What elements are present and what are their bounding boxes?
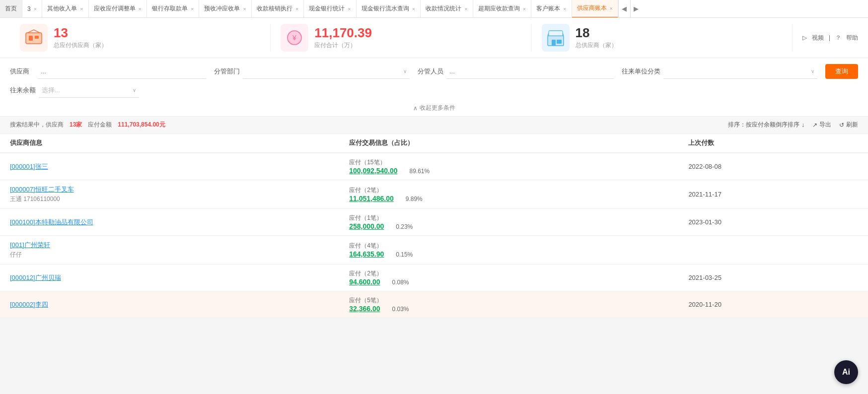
close-icon[interactable]: × xyxy=(464,6,467,12)
trans-amount-5[interactable]: 94,600.00 xyxy=(349,278,380,286)
last-pay-date-1: 2022-08-08 xyxy=(688,163,722,170)
svg-rect-0 xyxy=(26,33,42,44)
nav-tab-cash-flow[interactable]: 现金银行流水查询 × xyxy=(357,0,421,18)
trans-row-5: 94,600.00 0.08% xyxy=(349,278,688,286)
sort-icon: ↓ xyxy=(801,122,804,129)
payable-total-value: 11,170.39 xyxy=(314,26,372,39)
close-icon[interactable]: × xyxy=(563,6,566,12)
nav-tab-ar-adjust[interactable]: 应收应付调整单 × xyxy=(89,0,147,18)
trans-cell-2: 应付（2笔） 11,051,486.00 9.89% xyxy=(349,186,688,202)
nav-tab-supplier-ledger[interactable]: 供应商账本 × xyxy=(572,0,618,18)
supplier-link-3[interactable]: [000100]本特勒油品有限公司 xyxy=(10,218,349,227)
supplier-sub-4: 仔仔 xyxy=(10,251,349,259)
nav-tab-cash-flow-label: 现金银行流水查询 xyxy=(362,4,409,13)
supplier-link-5[interactable]: [000012]广州贝瑞 xyxy=(10,273,349,282)
header-supplier-info: 供应商信息 xyxy=(10,138,349,147)
result-bar: 搜索结果中，供应商 13家 应付金额 111,703,854.00元 排序：按应… xyxy=(0,117,868,133)
category-select[interactable]: ∨ xyxy=(663,64,818,79)
department-select[interactable]: ∨ xyxy=(243,64,410,79)
table-row: [001]广州荣轩 仔仔 应付（4笔） 164,635.90 0.15% xyxy=(0,236,868,264)
help-icon: ？ xyxy=(835,34,841,42)
stat-total-suppliers: 18 总供应商（家） xyxy=(532,24,793,52)
supplier-cell-2: [000007]恒旺二手叉车 王通 17106110000 xyxy=(10,185,349,203)
trans-amount-4[interactable]: 164,635.90 xyxy=(349,250,384,258)
help-link[interactable]: 帮助 xyxy=(846,34,858,42)
export-label: 导出 xyxy=(819,121,831,129)
close-icon[interactable]: × xyxy=(139,6,142,12)
nav-tab-home-label: 首页 xyxy=(5,4,17,13)
last-pay-date-5: 2021-03-25 xyxy=(688,274,722,281)
top-navigation: 首页 3 × 其他收入单 × 应收应付调整单 × 银行存取款单 × 预收冲应收单… xyxy=(0,0,868,18)
trans-pct-1: 89.61% xyxy=(410,168,430,175)
search-button[interactable]: 查询 xyxy=(825,64,858,79)
supplier-link-4[interactable]: [001]广州荣轩 xyxy=(10,241,349,250)
close-icon[interactable]: × xyxy=(348,6,351,12)
trans-amount-2[interactable]: 11,051,486.00 xyxy=(349,195,394,202)
close-icon[interactable]: × xyxy=(412,6,415,12)
refresh-icon: ↺ xyxy=(839,122,844,129)
balance-select[interactable]: 选择... ∨ xyxy=(39,83,139,98)
chevron-down-icon-3: ∨ xyxy=(133,87,136,93)
close-icon[interactable]: × xyxy=(295,6,298,12)
nav-tab-home[interactable]: 首页 xyxy=(0,0,22,18)
nav-tab-3[interactable]: 3 × xyxy=(22,0,42,18)
nav-next-arrow[interactable]: ▶ xyxy=(630,0,642,18)
collapse-button[interactable]: ∧ 收起更多条件 xyxy=(10,102,858,112)
nav-tab-prepaid[interactable]: 预收冲应收单 × xyxy=(199,0,251,18)
close-icon[interactable]: × xyxy=(523,6,526,12)
video-icon: ▷ xyxy=(802,34,807,41)
payable-suppliers-value: 13 xyxy=(54,26,107,39)
nav-prev-arrow[interactable]: ◀ xyxy=(618,0,630,18)
nav-tab-ar-adjust-label: 应收应付调整单 xyxy=(94,4,136,13)
nav-tab-other-income-label: 其他收入单 xyxy=(47,4,77,13)
nav-tab-customer-ledger[interactable]: 客户账本 × xyxy=(531,0,572,18)
nav-tab-cash-stat-label: 现金银行统计 xyxy=(309,4,345,13)
supplier-link-1[interactable]: [000001]张三 xyxy=(10,162,349,171)
trans-cell-5: 应付（2笔） 94,600.00 0.08% xyxy=(349,269,688,286)
table-row: [000001]张三 应付（15笔） 100,092,540.00 89.61%… xyxy=(0,153,868,180)
trans-label-5: 应付（2笔） xyxy=(349,269,688,278)
close-icon[interactable]: × xyxy=(610,5,613,11)
close-icon[interactable]: × xyxy=(243,6,246,12)
refresh-button[interactable]: ↺ 刷新 xyxy=(839,121,858,129)
close-icon[interactable]: × xyxy=(191,6,194,12)
trans-row-1: 100,092,540.00 89.61% xyxy=(349,167,688,175)
nav-tab-other-income[interactable]: 其他收入单 × xyxy=(42,0,88,18)
nav-tab-bank-deposit[interactable]: 银行存取款单 × xyxy=(147,0,199,18)
total-suppliers-content: 18 总供应商（家） xyxy=(576,26,617,50)
result-total-amount: 111,703,854.00元 xyxy=(118,121,165,129)
svg-rect-2 xyxy=(35,36,39,39)
data-table: 供应商信息 应付交易信息（占比） 上次付数 [000001]张三 应付（15笔）… xyxy=(0,133,868,318)
trans-amount-6[interactable]: 32,366.00 xyxy=(349,305,380,313)
nav-tab-3-label: 3 xyxy=(27,5,31,12)
last-pay-date-2: 2021-11-17 xyxy=(688,191,722,198)
nav-tab-receipt[interactable]: 收款核销执行 × xyxy=(252,0,304,18)
nav-tab-overdue[interactable]: 超期应收款查询 × xyxy=(473,0,531,18)
table-row: [000100]本特勒油品有限公司 应付（1笔） 258,000.00 0.23… xyxy=(0,209,868,236)
close-icon[interactable]: × xyxy=(34,6,37,12)
supplier-cell-3: [000100]本特勒油品有限公司 xyxy=(10,218,349,227)
chevron-up-icon: ∧ xyxy=(413,105,418,112)
nav-tab-cash-stat[interactable]: 现金银行统计 × xyxy=(304,0,356,18)
chevron-down-icon: ∨ xyxy=(403,68,407,74)
supplier-filter-label: 供应商 xyxy=(10,67,35,76)
last-pay-cell-3: 2023-01-30 xyxy=(688,218,858,226)
supplier-cell-5: [000012]广州贝瑞 xyxy=(10,273,349,282)
sort-button[interactable]: 排序：按应付余额倒序排序 ↓ xyxy=(728,121,804,129)
nav-tab-receipt-stat[interactable]: 收款情况统计 × xyxy=(421,0,473,18)
filter-row-2: 往来余额 选择... ∨ xyxy=(10,83,858,98)
result-supplier-count: 13家 xyxy=(70,121,82,129)
trans-amount-1[interactable]: 100,092,540.00 xyxy=(349,167,397,175)
trans-amount-3[interactable]: 258,000.00 xyxy=(349,222,384,230)
export-button[interactable]: ↗ 导出 xyxy=(812,121,831,129)
supplier-link-2[interactable]: [000007]恒旺二手叉车 xyxy=(10,185,349,194)
supplier-cell-4: [001]广州荣轩 仔仔 xyxy=(10,241,349,259)
video-link[interactable]: 视频 xyxy=(812,34,824,42)
close-icon[interactable]: × xyxy=(80,6,83,12)
manager-input[interactable] xyxy=(446,64,614,79)
supplier-input[interactable] xyxy=(38,64,206,79)
svg-rect-8 xyxy=(549,31,563,36)
trans-pct-5: 0.08% xyxy=(392,279,409,286)
balance-select-text: 选择... xyxy=(42,86,133,95)
supplier-link-6[interactable]: [000002]李四 xyxy=(10,300,349,309)
